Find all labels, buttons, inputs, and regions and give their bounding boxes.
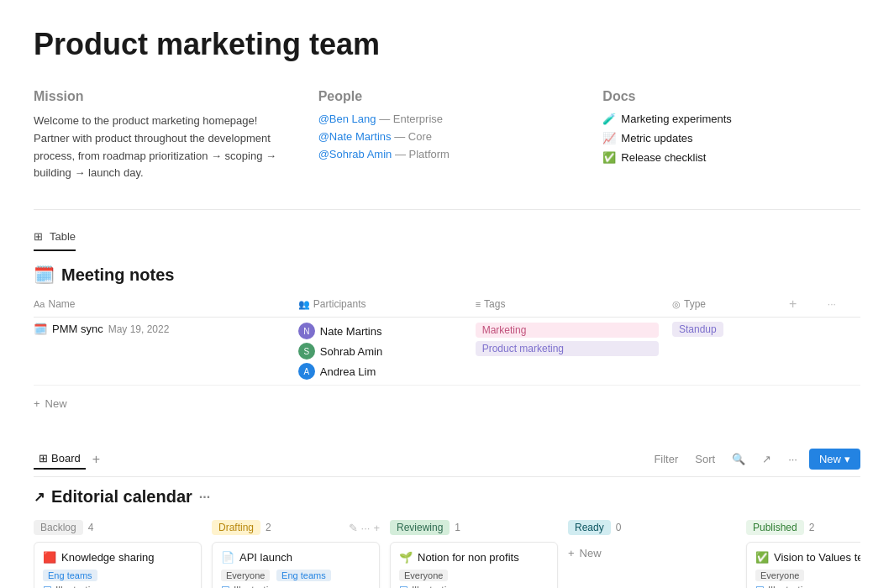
person-mention[interactable]: @Nate Martins bbox=[318, 130, 392, 143]
mission-section: Mission Welcome to the product marketing… bbox=[34, 89, 292, 182]
add-view-button[interactable]: + bbox=[92, 452, 100, 467]
type-cell: Standup bbox=[672, 323, 776, 335]
col-header-tags[interactable]: ≡Tags bbox=[469, 291, 665, 318]
tag[interactable]: Marketing bbox=[476, 323, 659, 338]
mission-text: Welcome to the product marketing homepag… bbox=[34, 113, 292, 182]
card-check: ☑ Illustrations bbox=[399, 585, 549, 588]
check-icon: ☑ bbox=[221, 585, 230, 588]
table-icon: ⊞ bbox=[34, 230, 43, 243]
tag[interactable]: Product marketing bbox=[476, 341, 659, 356]
check-icon: ☐ bbox=[43, 585, 52, 588]
meeting-notes-title: 🗓️ Meeting notes bbox=[34, 265, 860, 285]
participant-name: Sohrab Amin bbox=[320, 345, 382, 358]
kanban-card[interactable]: 🟥 Knowledge sharing Eng teams ☐ Illustra… bbox=[34, 542, 202, 588]
kanban-col-published: Published 2 + ✅ Vision to Values templat… bbox=[746, 520, 860, 588]
kanban-board: Backlog 4 🟥 Knowledge sharing Eng teams … bbox=[34, 520, 860, 588]
status-badge-ready[interactable]: Ready bbox=[568, 520, 611, 535]
page-container: Product marketing team Mission Welcome t… bbox=[0, 0, 894, 588]
people-heading: People bbox=[318, 89, 576, 104]
kanban-card[interactable]: 🌱 Notion for non profits Everyone ☑ Illu… bbox=[390, 542, 558, 588]
doc-item[interactable]: 📈Metric updates bbox=[602, 132, 860, 144]
doc-item[interactable]: ✅Release checklist bbox=[602, 151, 860, 164]
kanban-col-backlog: Backlog 4 🟥 Knowledge sharing Eng teams … bbox=[34, 520, 202, 588]
card-tag[interactable]: Everyone bbox=[221, 570, 270, 581]
plus-icon: + bbox=[34, 397, 40, 410]
share-button[interactable]: ↗ bbox=[757, 449, 776, 469]
kanban-card[interactable]: 📄 API launch Everyone Eng teams ☑ Illust… bbox=[212, 542, 380, 588]
doc-link[interactable]: Marketing experiments bbox=[621, 113, 732, 125]
doc-link[interactable]: Metric updates bbox=[621, 132, 692, 144]
card-title-text: API launch bbox=[239, 551, 292, 564]
board-title: ↗ Editorial calendar ··· bbox=[34, 487, 210, 507]
info-grid: Mission Welcome to the product marketing… bbox=[34, 89, 860, 182]
col-header-name[interactable]: AaName bbox=[34, 291, 292, 318]
col-count-ready: 0 bbox=[616, 522, 622, 533]
col-header-add[interactable]: + bbox=[782, 291, 821, 318]
col-add-icon[interactable]: + bbox=[373, 522, 380, 534]
card-check-label: Illustrations bbox=[234, 585, 285, 588]
board-title-more[interactable]: ··· bbox=[199, 490, 210, 505]
kanban-col-ready: Ready 0 + New bbox=[568, 520, 736, 588]
avatar: N bbox=[298, 323, 315, 339]
col-header-participants[interactable]: 👥Participants bbox=[292, 291, 469, 318]
card-tag[interactable]: Eng teams bbox=[276, 570, 331, 581]
card-title: ✅ Vision to Values template bbox=[755, 551, 860, 564]
col-header-actions: ✎ ··· + bbox=[349, 522, 380, 534]
board-title-row: ↗ Editorial calendar ··· bbox=[34, 487, 860, 507]
doc-link[interactable]: Release checklist bbox=[621, 151, 706, 164]
doc-item[interactable]: 🧪Marketing experiments bbox=[602, 113, 860, 125]
col-count-drafting: 2 bbox=[266, 522, 271, 533]
participant-name: Andrea Lim bbox=[320, 365, 376, 378]
status-badge-backlog[interactable]: Backlog bbox=[34, 520, 83, 535]
col-count-published: 2 bbox=[809, 522, 815, 533]
entry-name: 🗓️ PMM sync May 19, 2022 bbox=[34, 323, 285, 335]
add-new-row[interactable]: + New bbox=[34, 392, 860, 415]
col-header-more[interactable]: ··· bbox=[821, 291, 860, 318]
table-tab[interactable]: ⊞ Table bbox=[34, 223, 76, 251]
search-button[interactable]: 🔍 bbox=[727, 449, 750, 469]
participant: A Andrea Lim bbox=[298, 363, 462, 380]
add-new-card[interactable]: + New bbox=[568, 542, 736, 564]
docs-section: Docs 🧪Marketing experiments 📈Metric upda… bbox=[602, 89, 860, 182]
kanban-col-reviewing: Reviewing 1 🌱 Notion for non profits Eve… bbox=[390, 520, 558, 588]
col-header-drafting: Drafting 2 ✎ ··· + bbox=[212, 520, 380, 535]
add-new-label: New bbox=[580, 547, 602, 559]
type-badge[interactable]: Standup bbox=[672, 322, 723, 337]
status-badge-reviewing[interactable]: Reviewing bbox=[390, 520, 450, 535]
person-mention[interactable]: @Ben Lang bbox=[318, 113, 376, 125]
col-header-published: Published 2 + bbox=[746, 520, 860, 535]
participant: N Nate Martins bbox=[298, 323, 462, 339]
new-label: New bbox=[819, 453, 841, 465]
person-item: @Nate Martins — Core bbox=[318, 130, 576, 143]
board-tab-board[interactable]: ⊞ Board bbox=[34, 449, 86, 470]
participant-name: Nate Martins bbox=[320, 325, 382, 338]
col-edit-icon[interactable]: ✎ bbox=[349, 522, 358, 534]
card-title-text: Knowledge sharing bbox=[61, 551, 155, 564]
card-icon: 📄 bbox=[221, 551, 234, 564]
card-tag[interactable]: Everyone bbox=[755, 570, 804, 581]
meeting-notes-table: AaName 👥Participants ≡Tags ◎Type + ··· bbox=[34, 291, 860, 386]
sort-button[interactable]: Sort bbox=[690, 449, 720, 469]
card-tag[interactable]: Everyone bbox=[399, 570, 448, 581]
filter-button[interactable]: Filter bbox=[649, 449, 683, 469]
new-button[interactable]: New ▾ bbox=[809, 449, 860, 470]
card-title: 🌱 Notion for non profits bbox=[399, 551, 549, 564]
col-more-icon[interactable]: ··· bbox=[361, 522, 371, 534]
table-row[interactable]: 🗓️ PMM sync May 19, 2022 N Nate Martins … bbox=[34, 318, 860, 386]
page-title: Product marketing team bbox=[34, 27, 860, 62]
tags-cell: Marketing Product marketing bbox=[476, 323, 659, 356]
kanban-card[interactable]: ✅ Vision to Values template Everyone ☑ I… bbox=[746, 542, 860, 588]
card-tag[interactable]: Eng teams bbox=[43, 570, 97, 581]
entry-icon: 🗓️ bbox=[34, 323, 47, 335]
status-badge-published[interactable]: Published bbox=[746, 520, 804, 535]
person-mention[interactable]: @Sohrab Amin bbox=[318, 148, 392, 160]
col-header-type[interactable]: ◎Type bbox=[665, 291, 782, 318]
card-title: 📄 API launch bbox=[221, 551, 371, 564]
check-icon: ☑ bbox=[399, 585, 408, 588]
avatar: A bbox=[298, 363, 315, 380]
status-badge-drafting[interactable]: Drafting bbox=[212, 520, 260, 535]
board-section: ⊞ Board + Filter Sort 🔍 ↗ ··· New ▾ ↗ E bbox=[34, 442, 860, 588]
more-button[interactable]: ··· bbox=[783, 449, 802, 469]
card-check-label: Illustrations bbox=[768, 585, 819, 588]
card-icon: 🟥 bbox=[43, 551, 56, 564]
